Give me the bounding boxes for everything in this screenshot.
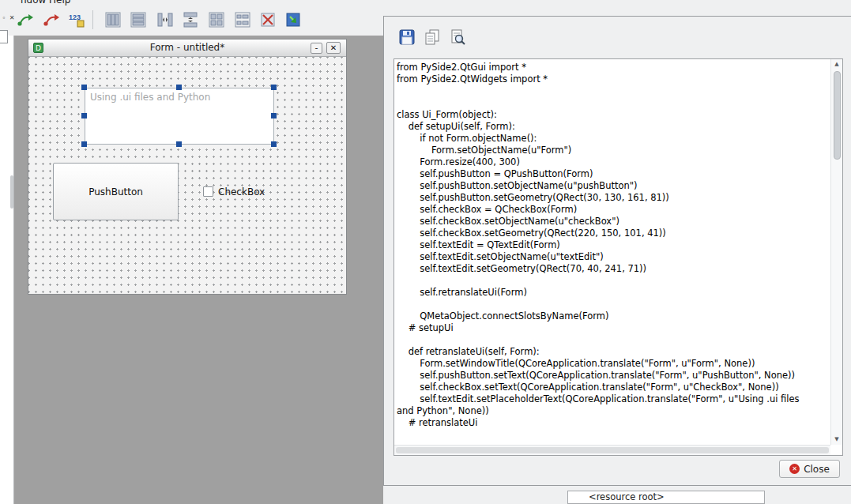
vertical-scrollbar-thumb[interactable]	[834, 71, 841, 160]
checkbox-label: CheckBox	[218, 186, 265, 197]
form-window[interactable]: D Form - untitled* - ✕ Using .ui files a…	[28, 39, 347, 295]
break-layout-button[interactable]	[258, 9, 278, 30]
code-view[interactable]: from PySide2.QtGui import * from PySide2…	[393, 58, 843, 456]
close-circle-icon: ✕	[789, 464, 800, 474]
selection-handle-middle-right[interactable]	[271, 113, 277, 118]
checkbox-widget[interactable]: CheckBox	[203, 186, 265, 197]
layout-vertical-icon	[130, 11, 147, 28]
code-preview-dialog: from PySide2.QtGui import * from PySide2…	[383, 16, 851, 486]
edit-signals-slots-button[interactable]	[15, 9, 36, 30]
horizontal-scrollbar-thumb[interactable]	[396, 447, 829, 453]
form-canvas[interactable]: Using .ui files and Python PushButton Ch…	[28, 57, 346, 294]
selection-handle-middle-left[interactable]	[81, 113, 87, 118]
code-text[interactable]: from PySide2.QtGui import * from PySide2…	[397, 62, 828, 442]
scroll-up-arrow-icon[interactable]: ▲	[831, 59, 842, 70]
close-button-label: Close	[804, 464, 830, 475]
vertical-scrollbar[interactable]: ▲ ▼	[830, 59, 842, 445]
toolbar-separator	[92, 10, 93, 29]
menu-window[interactable]: ndow	[21, 0, 46, 6]
selection-handle-top-left[interactable]	[81, 85, 87, 90]
form-window-title: Form - untitled*	[28, 42, 346, 53]
layout-vertical-splitter-icon	[182, 11, 199, 28]
form-minimize-button[interactable]: -	[311, 43, 322, 54]
save-icon	[398, 28, 416, 46]
pushbutton-widget[interactable]: PushButton	[53, 163, 179, 220]
layout-horizontal-splitter-button[interactable]	[155, 9, 175, 30]
resource-root-item[interactable]: <resource root>	[567, 491, 765, 504]
qt-designer-screen: ndow Help ▫ ✕ 123	[0, 0, 851, 504]
widget-box-scrollbar[interactable]	[10, 175, 13, 209]
selection-handle-bottom-right[interactable]	[271, 141, 277, 147]
adjust-size-button[interactable]	[283, 9, 303, 30]
dialog-close-button[interactable]: ✕ Close	[779, 460, 840, 478]
adjust-size-icon	[284, 11, 302, 28]
layout-horizontal-icon	[104, 11, 122, 28]
copy-icon	[424, 28, 441, 46]
edit-signals-slots-icon	[17, 11, 34, 28]
layout-vertical-splitter-button[interactable]	[180, 9, 201, 30]
scroll-down-arrow-icon[interactable]: ▼	[831, 434, 842, 445]
checkbox-indicator[interactable]	[203, 186, 213, 197]
textedit-widget[interactable]: Using .ui files and Python	[85, 88, 274, 145]
textedit-placeholder: Using .ui files and Python	[90, 92, 210, 103]
resource-browser: <resource root>	[383, 486, 851, 504]
form-close-button[interactable]: ✕	[326, 42, 341, 54]
copy-button[interactable]	[422, 28, 442, 48]
layout-grid-button[interactable]	[206, 9, 227, 30]
layout-grid-icon	[208, 11, 225, 28]
main-toolbar: ▫ ✕ 123	[0, 8, 383, 36]
edit-buddies-icon	[43, 11, 60, 28]
selection-handle-bottom-middle[interactable]	[176, 141, 182, 147]
layout-horizontal-splitter-icon	[156, 11, 174, 28]
edit-tab-order-icon: 123	[68, 11, 85, 28]
edit-tab-order-button[interactable]: 123	[66, 9, 87, 30]
selection-handle-top-right[interactable]	[271, 85, 277, 90]
layout-vertical-button[interactable]	[128, 9, 149, 30]
menu-help[interactable]: Help	[49, 0, 70, 6]
horizontal-scrollbar[interactable]	[394, 445, 830, 455]
save-button[interactable]	[397, 28, 417, 48]
layout-form-icon	[234, 11, 251, 28]
selection-handle-bottom-left[interactable]	[81, 141, 87, 147]
dock-float-icon[interactable]: ▫	[0, 13, 8, 21]
edit-buddies-button[interactable]	[41, 9, 62, 30]
break-layout-icon	[259, 11, 277, 28]
widget-box-panel	[0, 36, 14, 504]
form-window-titlebar[interactable]: D Form - untitled* - ✕	[28, 39, 346, 57]
find-button[interactable]	[447, 28, 468, 48]
layout-form-button[interactable]	[232, 9, 253, 30]
layout-horizontal-button[interactable]	[103, 9, 123, 30]
selection-handle-top-middle[interactable]	[176, 85, 182, 90]
find-icon	[449, 28, 466, 46]
widget-filter-input[interactable]	[0, 30, 8, 43]
